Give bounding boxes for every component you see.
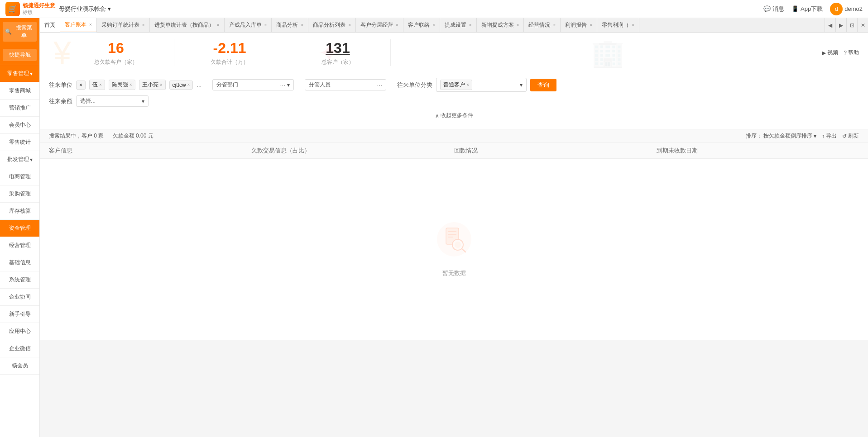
tab-close-new-commission-plan[interactable]: × bbox=[517, 23, 519, 28]
tab-commission-settings[interactable]: 提成设置 × bbox=[440, 18, 477, 33]
filter-tag-cjttcw-close[interactable]: × bbox=[187, 82, 190, 87]
sidebar-item-ecommerce[interactable]: 电商管理 bbox=[0, 168, 39, 185]
sidebar-item-enterprise-wechat[interactable]: 企业微信 bbox=[0, 340, 39, 357]
tab-close-purchase-stats-product[interactable]: × bbox=[217, 23, 220, 28]
tab-close-operations-status[interactable]: × bbox=[553, 23, 556, 28]
division-filter[interactable]: 分管部门 ··· ▾ bbox=[212, 79, 294, 90]
sidebar-item-retail-mall[interactable]: 零售商城 bbox=[0, 82, 39, 100]
quick-nav-section: 快捷导航 bbox=[0, 45, 39, 65]
filter-tag-normal-customer-label: 普通客户 bbox=[443, 81, 465, 89]
filter-tag-wang-close[interactable]: × bbox=[160, 82, 163, 87]
tab-purchase-stats-product[interactable]: 进货单统计表（按商品） × bbox=[150, 18, 225, 33]
tab-close-commission-settings[interactable]: × bbox=[469, 23, 472, 28]
tab-customer-segment[interactable]: 客户分层经营 × bbox=[356, 18, 403, 33]
quick-nav-button[interactable]: 快捷导航 bbox=[3, 49, 37, 61]
tab-profit-report[interactable]: 利润报告 × bbox=[561, 18, 597, 33]
tab-close-retail-profit[interactable]: × bbox=[632, 23, 634, 28]
message-label: 消息 bbox=[772, 5, 784, 13]
filter-tag-chen-label: 陈民强 bbox=[112, 81, 128, 89]
manager-filter[interactable]: 分管人员 ··· bbox=[305, 79, 386, 90]
message-icon: 💬 bbox=[763, 5, 771, 12]
help-action[interactable]: ? 帮助 bbox=[844, 49, 859, 57]
tab-prev-button[interactable]: ◀ bbox=[825, 18, 835, 33]
sidebar-item-app-center[interactable]: 应用中心 bbox=[0, 323, 39, 340]
sidebar-item-ops-mgmt[interactable]: 经营管理 bbox=[0, 237, 39, 254]
tab-next-button[interactable]: ▶ bbox=[835, 18, 846, 33]
user-action[interactable]: d demo2 bbox=[830, 3, 863, 15]
tab-cost-purchase[interactable]: 产成品入库单 × bbox=[225, 18, 272, 33]
filter-tag-chen-close[interactable]: × bbox=[129, 82, 132, 87]
sidebar-item-enterprise-wechat-label: 企业微信 bbox=[9, 345, 31, 352]
tab-operations-status[interactable]: 经营情况 × bbox=[524, 18, 561, 33]
balance-filter-arrow: ▾ bbox=[142, 98, 144, 104]
sort-label: 排序： bbox=[746, 132, 762, 140]
sidebar-item-marketing[interactable]: 营销推广 bbox=[0, 100, 39, 117]
message-action[interactable]: 💬 消息 bbox=[763, 5, 784, 13]
stat-total-debit-customers-label: 总欠款客户（家） bbox=[94, 58, 138, 66]
tab-product-analysis[interactable]: 商品分析 × bbox=[272, 18, 308, 33]
tab-close-purchase-order-stats[interactable]: × bbox=[142, 23, 145, 28]
tab-retail-profit[interactable]: 零售利润（ × bbox=[597, 18, 639, 33]
brand-icon-symbol: 🛒 bbox=[8, 5, 17, 13]
tab-purchase-stats-product-label: 进货单统计表（按商品） bbox=[154, 21, 214, 29]
balance-filter-label: 往来余额 bbox=[49, 97, 72, 105]
filter-more-btn[interactable]: ... bbox=[197, 81, 201, 88]
sidebar-item-capital-mgmt[interactable]: 资金管理 bbox=[0, 220, 39, 237]
sidebar-item-sys-mgmt[interactable]: 系统管理 bbox=[0, 271, 39, 289]
tab-close-cost-purchase[interactable]: × bbox=[264, 23, 267, 28]
video-action[interactable]: ▶ 视频 bbox=[822, 49, 838, 57]
sidebar-item-app-center-label: 应用中心 bbox=[9, 328, 31, 334]
quick-nav-label: 快捷导航 bbox=[9, 52, 31, 58]
unit-category-filter[interactable]: 普通客户 × ▾ bbox=[436, 78, 527, 92]
tab-close-product-analysis[interactable]: × bbox=[301, 23, 303, 28]
query-button[interactable]: 查询 bbox=[530, 79, 556, 91]
search-menu-button[interactable]: 🔍 搜索菜单 bbox=[3, 22, 37, 42]
filter-tag-normal-customer-close[interactable]: × bbox=[466, 82, 469, 87]
sidebar-item-wholesale-mgmt[interactable]: 批发管理 ▾ bbox=[0, 151, 39, 168]
tab-product-analysis-list[interactable]: 商品分析列表 × bbox=[308, 18, 356, 33]
result-debit-amount: 0.00 bbox=[136, 133, 146, 139]
sidebar-item-retail-mgmt-label: 零售管理 bbox=[7, 70, 29, 77]
collapse-button[interactable]: ∧ 收起更多条件 bbox=[432, 110, 477, 121]
tab-home[interactable]: 首页 bbox=[40, 18, 60, 33]
sidebar-item-new-guide[interactable]: 新手引导 bbox=[0, 306, 39, 323]
unit-category-label: 往来单位分类 bbox=[397, 81, 432, 89]
tab-close-product-analysis-list[interactable]: × bbox=[348, 23, 351, 28]
sidebar-item-retail-mgmt[interactable]: 零售管理 ▾ bbox=[0, 65, 39, 82]
tab-new-commission-plan[interactable]: 新增提成方案 × bbox=[477, 18, 524, 33]
sidebar-item-retail-stats[interactable]: 零售统计 bbox=[0, 134, 39, 151]
sidebar-item-purchase[interactable]: 采购管理 bbox=[0, 185, 39, 203]
table-col-debit-info: 欠款交易信息（占比） bbox=[251, 147, 454, 155]
refresh-action[interactable]: ↺ 刷新 bbox=[842, 132, 859, 140]
result-debit-unit: 元 bbox=[148, 133, 153, 139]
app-download-action[interactable]: 📱 App下载 bbox=[791, 5, 823, 13]
tab-close-profit-report[interactable]: × bbox=[590, 23, 592, 28]
tab-customer-contact[interactable]: 客户联络 × bbox=[403, 18, 440, 33]
filter-tag-wang-label: 王小亮 bbox=[142, 81, 158, 89]
filter-tag-wu-close[interactable]: × bbox=[99, 82, 102, 87]
sidebar-item-member-center-label: 会员中心 bbox=[9, 122, 31, 128]
sidebar-item-vip-member[interactable]: 畅会员 bbox=[0, 357, 39, 375]
export-icon: ↑ bbox=[822, 133, 825, 139]
tab-operations-status-label: 经营情况 bbox=[528, 21, 550, 29]
industry-select[interactable]: 母婴行业演示帐套 ▾ bbox=[59, 5, 111, 13]
sidebar-item-ecommerce-label: 电商管理 bbox=[9, 173, 31, 180]
sidebar-item-enterprise[interactable]: 企业协同 bbox=[0, 289, 39, 306]
tab-purchase-order-stats[interactable]: 采购订单统计表 × bbox=[97, 18, 150, 33]
export-action[interactable]: ↑ 导出 bbox=[822, 132, 837, 140]
sort-select[interactable]: 排序： 按欠款金额倒序排序 ▾ bbox=[746, 132, 816, 140]
stats-bg-icon-3: 🏢 bbox=[591, 37, 625, 69]
tab-expand-button[interactable]: ⊡ bbox=[846, 18, 857, 33]
sidebar-item-inventory[interactable]: 库存核算 bbox=[0, 203, 39, 220]
tab-close-customer-contact[interactable]: × bbox=[432, 23, 435, 28]
help-label: 帮助 bbox=[848, 49, 859, 57]
tab-close-customer-segment[interactable]: × bbox=[396, 23, 398, 28]
result-customer-unit: 家 bbox=[98, 133, 104, 139]
tab-close-all-button[interactable]: ✕ bbox=[857, 18, 868, 33]
tab-close-customer-account[interactable]: × bbox=[89, 22, 92, 27]
balance-filter[interactable]: 选择... ▾ bbox=[76, 95, 149, 107]
tab-customer-account[interactable]: 客户账本 × bbox=[60, 18, 97, 33]
sidebar-item-member-center[interactable]: 会员中心 bbox=[0, 117, 39, 134]
sidebar-item-basic-info[interactable]: 基础信息 bbox=[0, 254, 39, 271]
unit-filter-label: 往来单位 bbox=[49, 81, 72, 89]
